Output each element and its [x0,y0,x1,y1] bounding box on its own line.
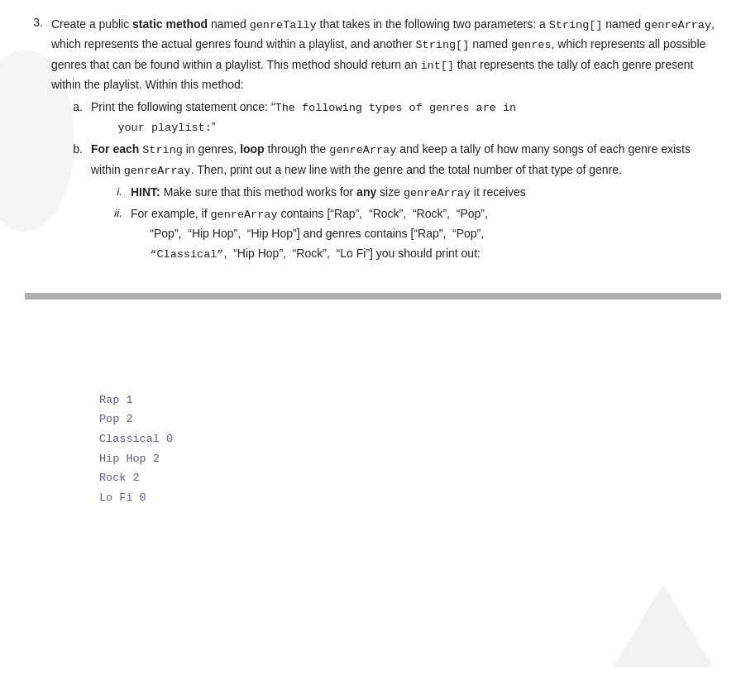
section-divider [25,293,721,300]
string-array-code-1: String[] [549,19,603,31]
genreArray-code-b2: genreArray [124,165,191,177]
b-text-5: . Then, print out a new line with the ge… [191,163,622,176]
sub-list: a. Print the following statement once: “… [60,98,721,266]
main-content: 3. Create a public static method named g… [25,15,721,508]
item-body-3: Create a public static method named genr… [51,15,721,268]
intro-text-2: named [208,17,250,31]
intro-text-1: Create a public [51,17,132,31]
sub-item-b: b. For each String in genres, loop throu… [60,140,721,265]
i-text-3: it receives [471,185,526,199]
sub-body-a: Print the following statement once: “The… [91,98,721,138]
string-code-b: String [142,144,183,156]
output-line-5: Rock 2 [99,468,721,488]
output-line-4: Hip Hop 2 [99,449,721,469]
b-text-3: through the [265,142,330,156]
sub-body-b: For each String in genres, loop through … [91,140,721,265]
hint-label: HINT: [131,185,160,199]
output-line-3: Classical 0 [99,429,721,449]
genreArray-code-i: genreArray [404,187,471,199]
print-text-2: ” [212,120,216,133]
sub-sub-item-i: i. HINT: Make sure that this method work… [104,183,721,203]
sub-sub-list: i. HINT: Make sure that this method work… [104,183,721,264]
sub-label-a: a. [60,98,83,138]
b-text-2: in genres, [183,142,240,156]
intro-text-4: named [602,17,644,31]
ii-text-3: , “Hip Hop”, “Rock”, “Lo Fi”] you should… [223,247,480,260]
output-line-6: Lo Fi 0 [99,488,721,508]
static-method-label: static method [132,17,208,31]
output-code-block: Rap 1 Pop 2 Classical 0 Hip Hop 2 Rock 2… [99,391,721,508]
page: 3. Create a public static method named g… [0,0,746,700]
and-text: and [304,227,326,240]
sub-label-b: b. [60,140,83,265]
any-label: any [356,185,376,199]
intro-text-6: named [469,37,511,50]
output-line-2: Pop 2 [99,410,721,429]
sub-sub-item-ii: ii. For example, if genreArray contains … [104,204,721,264]
sub-sub-label-ii: ii. [104,204,122,264]
watermark-triangle [614,584,713,667]
sub-sub-body-ii: For example, if genreArray contains [“Ra… [131,204,721,264]
sub-item-a: a. Print the following statement once: “… [60,98,721,138]
genreArray-code-b: genreArray [329,144,396,156]
genreArray-code-1: genreArray [644,19,711,31]
item-number-3: 3. [25,15,43,268]
print-text-1: Print the following statement once: “ [91,100,275,113]
ii-text-1: For example, if [131,207,210,220]
sub-sub-label-i: i. [104,183,122,203]
output-section: Rap 1 Pop 2 Classical 0 Hip Hop 2 Rock 2… [99,391,721,508]
numbered-item-3: 3. Create a public static method named g… [25,15,721,268]
loop-label: loop [240,142,265,156]
i-text-2: size [376,185,404,199]
genreArray-code-ii: genreArray [210,209,277,221]
string-array-code-2: String[] [416,39,470,51]
output-line-1: Rap 1 [99,391,721,410]
sub-sub-body-i: HINT: Make sure that this method works f… [131,183,721,203]
genreTally-code: genreTally [250,19,317,31]
int-array-code: int[] [420,60,454,72]
genres-code-1: genres [511,39,552,51]
for-each-label: For each [91,142,139,156]
classical-code: “Classical” [150,248,223,261]
i-text-1: Make sure that this method works for [160,185,356,199]
intro-text-3: that takes in the following two paramete… [317,17,549,31]
